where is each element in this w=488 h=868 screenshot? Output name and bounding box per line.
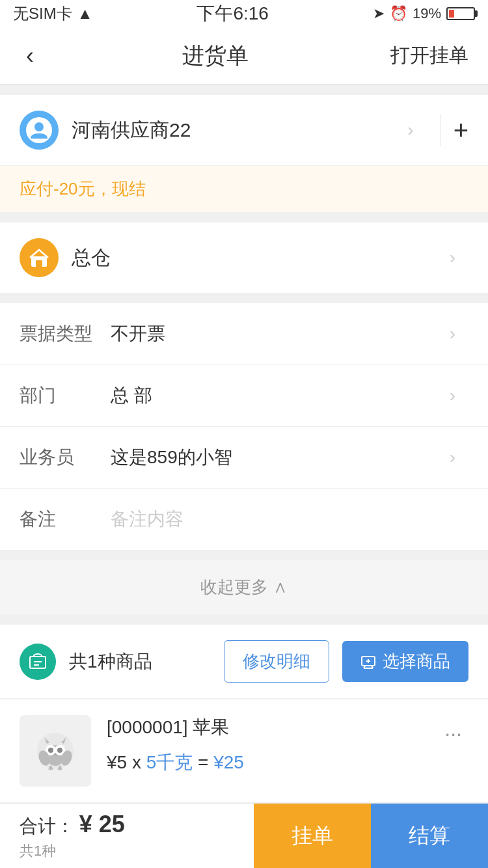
department-chevron-icon: › (450, 385, 455, 406)
collapse-bar[interactable]: 收起更多 ∧ (0, 560, 488, 614)
battery-text: 19% (413, 5, 441, 22)
unit-price: ¥5 (107, 752, 127, 772)
hang-button[interactable]: 挂单 (254, 804, 371, 868)
equals-sign: = (198, 752, 213, 772)
line-total: ¥25 (213, 752, 244, 772)
product-title: 苹果 (193, 717, 229, 737)
page-title: 进货单 (182, 41, 249, 71)
products-header: 共1种商品 修改明细 选择商品 (0, 625, 488, 698)
product-thumbnail (20, 715, 91, 787)
alarm-icon: ⏰ (390, 5, 407, 22)
invoice-label: 票据类型 (20, 321, 111, 346)
checkout-label: 结算 (409, 822, 450, 850)
warehouse-section[interactable]: 总仓 › (0, 223, 488, 293)
warehouse-name: 总仓 (72, 245, 450, 271)
open-hang-button[interactable]: 打开挂单 (390, 42, 468, 69)
invoice-value: 不开票 (111, 321, 450, 346)
notice-bar: 应付-20元，现结 (0, 166, 488, 212)
checkout-button[interactable]: 结算 (371, 804, 488, 868)
select-product-button[interactable]: 选择商品 (342, 641, 468, 682)
total-sub-label: 共1种 (20, 841, 234, 861)
invoice-chevron-icon: › (450, 323, 455, 344)
svg-point-0 (34, 122, 44, 131)
product-item: [0000001] 苹果 ¥5 x 5千克 = ¥25 ··· (0, 699, 488, 802)
status-right: ➤ ⏰ 19% (373, 5, 475, 22)
warehouse-icon (20, 238, 59, 277)
notice-text: 应付-20元，现结 (20, 179, 146, 198)
form-section: 票据类型 不开票 › 部门 总 部 › 业务员 这是859的小智 › 备注 备注… (0, 303, 488, 550)
vertical-divider (440, 114, 441, 146)
product-info: [0000001] 苹果 ¥5 x 5千克 = ¥25 (107, 715, 422, 775)
select-product-label: 选择商品 (383, 650, 450, 673)
department-label: 部门 (20, 383, 111, 408)
edit-detail-button[interactable]: 修改明细 (224, 640, 329, 683)
battery-icon (446, 7, 475, 20)
carrier-text: 无SIM卡 (13, 3, 72, 24)
total-label: 合计： (20, 816, 74, 836)
department-row[interactable]: 部门 总 部 › (0, 365, 488, 427)
supplier-avatar (20, 111, 59, 150)
more-options-button[interactable]: ··· (438, 715, 468, 752)
status-bar: 无SIM卡 ▲ 下午6:16 ➤ ⏰ 19% (0, 0, 488, 27)
remark-row[interactable]: 备注 备注内容 (0, 489, 488, 550)
salesman-row[interactable]: 业务员 这是859的小智 › (0, 427, 488, 489)
product-code: [0000001] (107, 717, 188, 737)
product-name: [0000001] 苹果 (107, 715, 422, 740)
total-area: 合计： ¥ 25 共1种 (0, 804, 254, 868)
product-price-line: ¥5 x 5千克 = ¥25 (107, 750, 422, 775)
status-left: 无SIM卡 ▲ (13, 3, 92, 24)
warehouse-chevron-icon: › (450, 247, 455, 268)
total-line1: 合计： ¥ 25 (20, 811, 234, 839)
quantity: 5千克 (146, 752, 193, 772)
back-button[interactable]: ‹ (20, 36, 40, 76)
salesman-label: 业务员 (20, 445, 111, 470)
supplier-section: 河南供应商22 › + 应付-20元，现结 (0, 95, 488, 212)
product-count: 共1种商品 (69, 649, 211, 674)
invoice-type-row[interactable]: 票据类型 不开票 › (0, 303, 488, 365)
total-amount: ¥ 25 (79, 811, 125, 837)
svg-point-15 (57, 748, 62, 753)
owl-logo (33, 728, 78, 774)
location-icon: ➤ (373, 5, 385, 22)
salesman-value: 这是859的小智 (111, 445, 450, 470)
remark-label: 备注 (20, 507, 111, 532)
chevron-right-icon: › (407, 120, 413, 141)
nav-bar: ‹ 进货单 打开挂单 (0, 27, 488, 85)
svg-point-14 (48, 748, 53, 753)
status-time: 下午6:16 (197, 1, 269, 26)
supplier-row[interactable]: 河南供应商22 › + (0, 95, 488, 166)
select-product-icon (360, 654, 376, 670)
bottom-bar: 合计： ¥ 25 共1种 挂单 结算 (0, 803, 488, 868)
wifi-icon: ▲ (77, 5, 93, 23)
add-button[interactable]: + (454, 116, 468, 145)
avatar-inner (26, 117, 52, 143)
supplier-name: 河南供应商22 (72, 117, 407, 144)
salesman-chevron-icon: › (450, 447, 455, 468)
hang-label: 挂单 (291, 822, 333, 850)
products-icon (20, 644, 56, 680)
collapse-label: 收起更多 ∧ (200, 577, 287, 597)
svg-rect-2 (36, 260, 42, 267)
department-value: 总 部 (111, 383, 450, 408)
remark-input[interactable]: 备注内容 (111, 507, 468, 532)
multiply-sign: x (132, 752, 146, 772)
